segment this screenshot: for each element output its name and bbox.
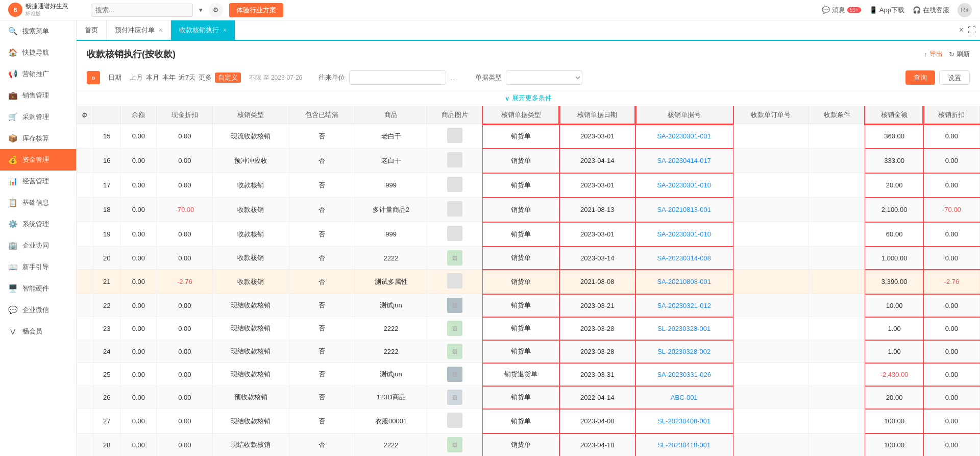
row-gear-cell bbox=[77, 317, 93, 340]
row-verify-bill-no[interactable]: SA-20230414-017 bbox=[635, 149, 733, 173]
bill-type-select[interactable] bbox=[506, 70, 582, 85]
row-verify-bill-no[interactable]: ABC-001 bbox=[635, 386, 733, 409]
maximize-icon[interactable]: ⛶ bbox=[968, 26, 976, 35]
row-seq: 18 bbox=[93, 198, 120, 222]
app-download-button[interactable]: 📱 App下载 bbox=[869, 6, 904, 15]
row-verify-bill-no[interactable]: SA-20230301-010 bbox=[635, 222, 733, 247]
row-verify-bill-date: 2022-04-14 bbox=[559, 386, 635, 409]
row-receipt-order-no bbox=[733, 198, 809, 222]
row-verify-bill-no[interactable]: SA-20210808-001 bbox=[635, 270, 733, 294]
row-included: 否 bbox=[289, 149, 355, 173]
refresh-icon: ↻ bbox=[949, 51, 954, 58]
row-receipt-order-no bbox=[733, 409, 809, 434]
row-verify-bill-no[interactable]: SL-20230328-001 bbox=[635, 317, 733, 340]
row-verify-bill-date: 2023-04-14 bbox=[559, 149, 635, 173]
row-verify-bill-no[interactable]: SA-20230331-026 bbox=[635, 363, 733, 386]
row-verify-bill-no[interactable]: SA-20230321-012 bbox=[635, 294, 733, 317]
table-row: 27 0.00 0.00 现结收款核销 否 衣服00001 销货单 2023-0… bbox=[77, 409, 980, 434]
date-opt-this-year[interactable]: 本年 bbox=[162, 73, 176, 82]
row-seq: 28 bbox=[93, 434, 120, 457]
tab-receipt[interactable]: 收款核销执行 × bbox=[171, 20, 235, 40]
sidebar-item-inventory[interactable]: 📦 库存核算 bbox=[0, 128, 76, 149]
row-receipt-condition bbox=[809, 317, 865, 340]
sidebar-item-purchase[interactable]: 🛒 采购管理 bbox=[0, 106, 76, 128]
row-verify-bill-no[interactable]: SA-20230301-010 bbox=[635, 173, 733, 198]
topbar-search-input[interactable] bbox=[91, 4, 193, 17]
date-opt-custom[interactable]: 自定义 bbox=[215, 73, 241, 83]
sidebar-item-marketing[interactable]: 📢 营销推广 bbox=[0, 63, 76, 85]
sidebar-item-corp[interactable]: 🏢 企业协同 bbox=[0, 235, 76, 256]
row-verify-bill-type: 销货单 bbox=[483, 386, 559, 409]
row-verify-bill-no[interactable]: SL-20230408-001 bbox=[635, 409, 733, 434]
row-goods: 老白干 bbox=[355, 124, 427, 149]
col-included-settled: 包含已结清 bbox=[289, 106, 355, 124]
row-goods: 999 bbox=[355, 222, 427, 247]
date-opt-more[interactable]: 更多 bbox=[199, 73, 212, 82]
row-verify-bill-no[interactable]: SL-20230328-002 bbox=[635, 340, 733, 363]
sidebar-item-operation[interactable]: 📊 经营管理 bbox=[0, 171, 76, 192]
expand-more-button[interactable]: ∨ 展开更多条件 bbox=[505, 93, 552, 103]
sidebar-item-nav[interactable]: 🏠 快捷导航 bbox=[0, 42, 76, 63]
industry-plan-button[interactable]: 体验行业方案 bbox=[229, 3, 283, 17]
online-service-button[interactable]: 🎧 在线客服 bbox=[913, 6, 949, 15]
header-actions: ↑ 导出 ↻ 刷新 bbox=[924, 50, 970, 59]
partner-input[interactable] bbox=[349, 70, 446, 85]
row-included: 否 bbox=[289, 294, 355, 317]
message-button[interactable]: 💬 消息 99+ bbox=[822, 6, 861, 15]
row-receipt-order-no bbox=[733, 149, 809, 173]
bill-type-filter: 单据类型 bbox=[475, 70, 582, 85]
row-verify-bill-no[interactable]: SA-20230301-001 bbox=[635, 124, 733, 149]
sidebar-item-basic[interactable]: 📋 基础信息 bbox=[0, 192, 76, 213]
date-range-display: 不限 至 2023-07-26 bbox=[249, 74, 302, 82]
row-verify-amount: 20.00 bbox=[865, 173, 923, 198]
tab-home[interactable]: 首页 bbox=[77, 20, 107, 40]
row-verify-bill-date: 2023-03-14 bbox=[559, 247, 635, 270]
partner-dots-icon[interactable]: ... bbox=[450, 74, 459, 82]
query-button[interactable]: 查询 bbox=[905, 70, 935, 85]
close-window-icon[interactable]: × bbox=[959, 26, 964, 35]
row-balance: 0.00 bbox=[120, 434, 157, 457]
sidebar-item-search[interactable]: 🔍 搜索菜单 bbox=[0, 20, 76, 42]
sidebar-item-wechat[interactable]: 💬 企业微信 bbox=[0, 299, 76, 321]
logo-icon: 6 bbox=[8, 3, 22, 17]
settings-button[interactable]: 设置 bbox=[939, 70, 970, 85]
row-verify-bill-date: 2023-03-28 bbox=[559, 340, 635, 363]
filter-expand-button[interactable]: » bbox=[87, 71, 100, 84]
sidebar-item-member[interactable]: V 畅会员 bbox=[0, 321, 76, 342]
tab-close-receipt[interactable]: × bbox=[223, 27, 227, 34]
topbar-dropdown-icon[interactable]: ▾ bbox=[199, 6, 203, 14]
settings-gear-icon[interactable]: ⚙ bbox=[209, 3, 223, 17]
tab-close-prepay[interactable]: × bbox=[159, 27, 162, 34]
sidebar-item-system[interactable]: ⚙️ 系统管理 bbox=[0, 213, 76, 235]
data-table: ⚙ 余额 现金折扣 核销类型 包含已结清 商品 商品图片 核销单据类型 核销单据… bbox=[77, 106, 980, 456]
row-verify-bill-type: 销货单 bbox=[483, 317, 559, 340]
row-receipt-order-no bbox=[733, 317, 809, 340]
refresh-button[interactable]: ↻ 刷新 bbox=[949, 50, 970, 59]
row-verify-amount: 3,390.00 bbox=[865, 270, 923, 294]
avatar[interactable]: Rit bbox=[958, 3, 972, 17]
sidebar-item-sales[interactable]: 💼 销售管理 bbox=[0, 85, 76, 106]
date-opt-7days[interactable]: 近7天 bbox=[179, 73, 195, 82]
row-receipt-order-no bbox=[733, 340, 809, 363]
sidebar-item-guide[interactable]: 📖 新手引导 bbox=[0, 256, 76, 278]
col-gear[interactable]: ⚙ bbox=[77, 106, 93, 124]
sidebar-item-finance[interactable]: 💰 资金管理 bbox=[0, 149, 76, 171]
sidebar-item-hardware[interactable]: 🖥️ 智能硬件 bbox=[0, 278, 76, 299]
row-balance: 0.00 bbox=[120, 198, 157, 222]
row-verify-discount: -70.00 bbox=[923, 198, 979, 222]
date-opt-last-month[interactable]: 上月 bbox=[130, 73, 143, 82]
row-verify-bill-no[interactable]: SA-20210813-001 bbox=[635, 198, 733, 222]
tab-prepay[interactable]: 预付冲应付单 × bbox=[107, 20, 171, 40]
row-included: 否 bbox=[289, 124, 355, 149]
date-opt-this-month[interactable]: 本月 bbox=[146, 73, 159, 82]
row-gear-cell bbox=[77, 149, 93, 173]
row-balance: 0.00 bbox=[120, 409, 157, 434]
row-receipt-condition bbox=[809, 173, 865, 198]
row-verify-bill-no[interactable]: SA-20230314-008 bbox=[635, 247, 733, 270]
search-icon: 🔍 bbox=[8, 27, 17, 36]
export-button[interactable]: ↑ 导出 bbox=[924, 50, 943, 59]
chevron-down-icon: ∨ bbox=[505, 94, 510, 102]
row-receipt-condition bbox=[809, 270, 865, 294]
row-verify-bill-type: 销货单 bbox=[483, 294, 559, 317]
row-verify-bill-no[interactable]: SL-20230418-001 bbox=[635, 434, 733, 457]
